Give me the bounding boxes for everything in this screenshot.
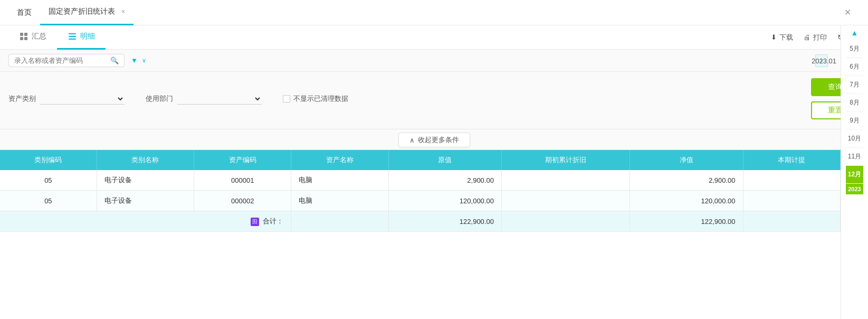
cell-original-value: 120,000.00 [388,191,501,211]
detail-icon [68,32,77,41]
cell-original-value: 2,900.00 [388,170,501,191]
cell-asset-code: 000002 [194,191,291,211]
sidebar-year-badge: 2023 [846,184,863,194]
search-bar: 🔍 ▼ ∨ › 2023.01 [0,50,868,72]
print-button[interactable]: 🖨 打印 [804,33,827,42]
total-label-cell: 田 合计： [0,211,291,232]
download-button[interactable]: ⬇ 下载 [771,33,793,42]
cell-asset-name: 电脑 [291,170,388,191]
col-asset-code: 资产编码 [194,150,291,170]
cell-net-value: 2,900.00 [630,170,743,191]
asset-category-select[interactable]: 电子设备 [40,93,125,105]
tab-detail-label: 明细 [80,32,95,41]
sidebar-month-item[interactable]: 12月 [846,166,863,184]
col-current-depreciation: 本期计提 [743,150,840,170]
table-header-row: 类别编码 类别名称 资产编码 资产名称 原值 期初累计折旧 净值 本期计提 [0,150,841,170]
cell-category-name: 电子设备 [97,170,194,191]
home-tab[interactable]: 首页 [8,8,40,17]
no-cleared-label: 不显示已清理数据 [293,94,348,104]
filter-row: 资产类别 电子设备 使用部门 不显示已清理数据 查询 重置 [8,78,860,119]
department-select[interactable] [177,93,262,105]
svg-rect-3 [24,37,27,40]
filter-icon: ▼ [131,57,138,64]
download-icon: ⬇ [771,33,777,41]
collapse-button[interactable]: ∧ 收起更多条件 [398,133,470,147]
top-nav: 首页 固定资产折旧统计表 × ✕ [0,0,868,25]
print-label: 打印 [813,33,827,42]
sidebar-month-item[interactable]: 7月 [846,76,863,94]
sidebar-nav-up[interactable]: ▲ [841,25,868,40]
chevron-down-icon: ∨ [142,57,146,64]
sidebar-month-item[interactable]: 11月 [846,148,863,166]
cell-asset-code: 000001 [194,170,291,191]
sidebar-month-item[interactable]: 9月 [846,112,863,130]
asset-category-label: 资产类别 [8,94,36,104]
total-accumulated-depreciation [501,211,630,232]
table-total-row: 田 合计： 122,900.00 122,900.00 [0,211,841,232]
more-conditions-button[interactable]: ▼ ∨ [131,57,146,64]
filter-asset-category: 资产类别 电子设备 [8,93,125,105]
sidebar-month-item[interactable]: 5月 [846,40,863,58]
chevron-up-icon: ∧ [409,136,415,144]
svg-rect-4 [69,33,76,34]
filter-department: 使用部门 [146,93,262,105]
svg-rect-0 [20,33,23,36]
tab-summary-label: 汇总 [32,32,46,41]
cell-current-depreciation [743,191,840,211]
col-original-value: 原值 [388,150,501,170]
total-net-value: 122,900.00 [630,211,743,232]
no-cleared-filter: 不显示已清理数据 [283,94,348,104]
table-wrap: 类别编码 类别名称 资产编码 资产名称 原值 期初累计折旧 净值 本期计提 05… [0,150,841,319]
total-asset-name-cell [291,211,388,232]
table-row: 05 电子设备 000002 电脑 120,000.00 120,000.00 [0,191,841,211]
col-accumulated-depreciation: 期初累计折旧 [501,150,630,170]
window-close-button[interactable]: ✕ [836,7,860,17]
cell-current-depreciation [743,170,840,191]
search-input[interactable] [14,57,107,64]
collapse-label: 收起更多条件 [418,135,459,145]
tab-summary[interactable]: 汇总 [8,25,57,50]
data-table: 类别编码 类别名称 资产编码 资产名称 原值 期初累计折旧 净值 本期计提 05… [0,150,841,232]
sidebar-month-item[interactable]: 8月 [846,94,863,112]
tab-close-icon[interactable]: × [121,8,125,15]
cell-category-code: 05 [0,191,97,211]
filter-area: 资产类别 电子设备 使用部门 不显示已清理数据 查询 重置 [0,72,868,129]
tab-title: 固定资产折旧统计表 [49,7,115,16]
date-display: 2023.01 [812,57,836,65]
department-label: 使用部门 [146,94,173,104]
cell-asset-name: 电脑 [291,191,388,211]
summary-icon [19,32,28,41]
cell-category-code: 05 [0,170,97,191]
total-icon: 田 [251,218,259,226]
collapse-row: ∧ 收起更多条件 [0,129,868,150]
no-cleared-checkbox[interactable] [283,95,290,102]
cell-net-value: 120,000.00 [630,191,743,211]
tab-detail[interactable]: 明细 [57,25,106,50]
cell-category-name: 电子设备 [97,191,194,211]
table-row: 05 电子设备 000001 电脑 2,900.00 2,900.00 [0,170,841,191]
col-category-name: 类别名称 [97,150,194,170]
search-icon[interactable]: 🔍 [110,57,119,64]
cell-accumulated-depreciation [501,170,630,191]
col-asset-name: 资产名称 [291,150,388,170]
search-input-wrap: 🔍 [8,54,125,67]
svg-rect-2 [20,37,23,40]
download-label: 下载 [779,33,793,42]
total-current-depreciation [743,211,840,232]
tab-bar: 汇总 明细 ⬇ 下载 🖨 打印 ↻ 刷新 [0,25,868,50]
svg-rect-5 [69,36,76,37]
print-icon: 🖨 [804,33,810,41]
tab-bar-left: 汇总 明细 [8,25,106,50]
cell-accumulated-depreciation [501,191,630,211]
sidebar-month-item[interactable]: 6月 [846,58,863,76]
total-original-value: 122,900.00 [388,211,501,232]
col-category-code: 类别编码 [0,150,97,170]
svg-rect-6 [69,39,76,40]
main-tab[interactable]: 固定资产折旧统计表 × [40,0,133,25]
right-sidebar: ▲ 5月6月7月8月9月10月11月12月2023 [841,25,868,319]
col-net-value: 净值 [630,150,743,170]
sidebar-month-item[interactable]: 10月 [846,130,863,148]
main-content: 汇总 明细 ⬇ 下载 🖨 打印 ↻ 刷新 [0,25,868,319]
svg-rect-1 [24,33,27,36]
